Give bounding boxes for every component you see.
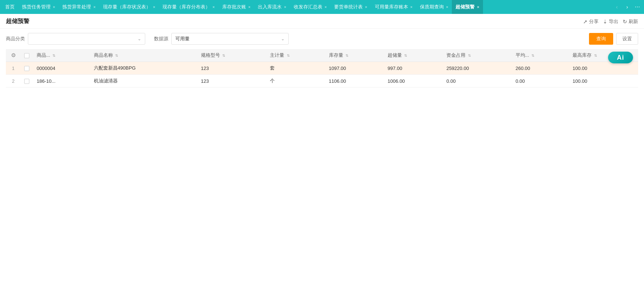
product-name-cell: 六配套新昌490BPG — [90, 62, 197, 75]
th-checkbox — [21, 49, 33, 62]
stock-cell: 1097.00 — [325, 62, 384, 75]
overstock-cell: 997.00 — [384, 62, 443, 75]
sort-icon[interactable]: ⇅ — [531, 53, 534, 58]
close-icon[interactable]: × — [53, 5, 55, 9]
table-row[interactable]: 2 186-10... 机油滤清器 123 个 1106.00 1006.00 … — [6, 75, 638, 88]
sort-icon[interactable]: ⇅ — [594, 53, 597, 58]
product-name-cell: 机油滤清器 — [90, 75, 197, 88]
capital-use-cell: 0.00 — [443, 75, 512, 88]
row-checkbox[interactable] — [24, 79, 29, 84]
table-row[interactable]: 1 0000004 六配套新昌490BPG 123 套 1097.00 997.… — [6, 62, 638, 75]
product-code-cell: 0000004 — [33, 62, 90, 75]
nav-item-5[interactable]: 出入库流水 × — [254, 0, 290, 14]
product-category-label: 商品分类 — [6, 36, 25, 42]
unit-cell: 个 — [266, 75, 325, 88]
sort-icon[interactable]: ⇅ — [404, 53, 407, 58]
close-icon[interactable]: × — [248, 5, 250, 9]
th-overstock: 超储量 ⇅ — [384, 49, 443, 62]
row-checkbox-cell — [21, 75, 33, 88]
nav-more-button[interactable]: ⋯ — [632, 0, 643, 14]
sort-icon[interactable]: ⇅ — [222, 53, 225, 58]
sort-icon[interactable]: ⇅ — [345, 53, 348, 58]
share-icon: ➚ — [583, 19, 588, 25]
data-source-select[interactable]: 可用量 ⌄ — [171, 33, 289, 45]
avg-cell: 260.00 — [512, 62, 569, 75]
data-source-label: 数据源 — [154, 36, 168, 42]
row-checkbox[interactable] — [24, 66, 29, 71]
th-product-name: 商品名称 ⇅ — [90, 49, 197, 62]
product-category-filter: 商品分类 ⌄ — [6, 33, 145, 45]
nav-item-6[interactable]: 收发存汇总表 × — [290, 0, 330, 14]
data-table: ⚙ 商品... ⇅ 商品名称 ⇅ 规格型号 ⇅ 主计量 — [6, 49, 638, 88]
nav-arrows: ‹ › ⋯ — [612, 0, 643, 14]
max-stock-cell: 100.00 — [569, 75, 638, 88]
th-stock: 库存量 ⇅ — [325, 49, 384, 62]
th-capital-use: 资金占用 ⇅ — [443, 49, 512, 62]
nav-item-1[interactable]: 拣货异常处理 × — [59, 0, 99, 14]
nav-item-9[interactable]: 保质期查询 × — [416, 0, 452, 14]
th-avg: 平均... ⇅ — [512, 49, 569, 62]
close-icon[interactable]: × — [212, 5, 215, 9]
refresh-button[interactable]: ↻ 刷新 — [623, 18, 638, 25]
spec-cell: 123 — [197, 75, 267, 88]
close-icon[interactable]: × — [284, 5, 286, 9]
unit-cell: 套 — [266, 62, 325, 75]
sort-icon[interactable]: ⇅ — [287, 53, 290, 58]
close-icon[interactable]: × — [365, 5, 367, 9]
table-container: ⚙ 商品... ⇅ 商品名称 ⇅ 规格型号 ⇅ 主计量 — [0, 49, 644, 88]
th-spec: 规格型号 ⇅ — [197, 49, 267, 62]
row-number: 2 — [6, 75, 21, 88]
th-unit: 主计量 ⇅ — [266, 49, 325, 62]
nav-item-2[interactable]: 现存量（库存状况表） × — [99, 0, 159, 14]
nav-item-7[interactable]: 要货单统计表 × — [330, 0, 371, 14]
gear-icon[interactable]: ⚙ — [11, 52, 16, 58]
product-code-cell: 186-10... — [33, 75, 90, 88]
nav-item-0[interactable]: 拣货任务管理 × — [18, 0, 59, 14]
max-stock-cell: 100.00 — [569, 62, 638, 75]
nav-item-4[interactable]: 库存批次账 × — [219, 0, 254, 14]
overstock-cell: 1006.00 — [384, 75, 443, 88]
share-button[interactable]: ➚ 分享 — [583, 18, 599, 25]
table-body: 1 0000004 六配套新昌490BPG 123 套 1097.00 997.… — [6, 62, 638, 88]
close-icon[interactable]: × — [446, 5, 448, 9]
filter-area: 商品分类 ⌄ 数据源 可用量 ⌄ 查询 设置 — [0, 29, 644, 49]
sort-icon[interactable]: ⇅ — [115, 53, 118, 58]
close-icon[interactable]: × — [93, 5, 95, 9]
avg-cell: 0.00 — [512, 75, 569, 88]
close-icon[interactable]: × — [325, 5, 327, 9]
nav-item-8[interactable]: 可用量库存账本 × — [371, 0, 416, 14]
export-button[interactable]: ⇣ 导出 — [603, 18, 618, 25]
close-icon[interactable]: × — [410, 5, 413, 9]
query-button[interactable]: 查询 — [589, 33, 613, 45]
nav-home[interactable]: 首页 — [1, 0, 18, 14]
nav-item-3[interactable]: 现存量（库存分布表） × — [159, 0, 218, 14]
filter-actions: 查询 设置 — [589, 33, 638, 45]
refresh-icon: ↻ — [623, 19, 627, 25]
row-checkbox-cell — [21, 62, 33, 75]
nav-bar: 首页 拣货任务管理 × 拣货异常处理 × 现存量（库存状况表） × 现存量（库存… — [0, 0, 644, 14]
select-all-checkbox[interactable] — [24, 53, 29, 58]
ai-badge[interactable]: Ai — [608, 52, 633, 63]
page-header: 超储预警 ➚ 分享 ⇣ 导出 ↻ 刷新 — [0, 14, 644, 29]
nav-item-10[interactable]: 超储预警 × — [452, 0, 483, 14]
spec-cell: 123 — [197, 62, 267, 75]
nav-next-button[interactable]: › — [622, 0, 632, 14]
data-source-value: 可用量 — [175, 36, 190, 42]
capital-use-cell: 259220.00 — [443, 62, 512, 75]
chevron-down-icon: ⌄ — [138, 36, 141, 41]
chevron-down-icon: ⌄ — [281, 36, 285, 41]
settings-button[interactable]: 设置 — [616, 33, 638, 45]
close-icon[interactable]: × — [477, 5, 479, 9]
table-header: ⚙ 商品... ⇅ 商品名称 ⇅ 规格型号 ⇅ 主计量 — [6, 49, 638, 62]
nav-prev-button[interactable]: ‹ — [612, 0, 622, 14]
th-product-code: 商品... ⇅ — [33, 49, 90, 62]
export-icon: ⇣ — [603, 19, 607, 25]
row-number: 1 — [6, 62, 21, 75]
data-source-filter: 数据源 可用量 ⌄ — [154, 33, 289, 45]
close-icon[interactable]: × — [153, 5, 155, 9]
header-actions: ➚ 分享 ⇣ 导出 ↻ 刷新 — [583, 18, 638, 25]
sort-icon[interactable]: ⇅ — [52, 53, 55, 58]
sort-icon[interactable]: ⇅ — [468, 53, 471, 58]
stock-cell: 1106.00 — [325, 75, 384, 88]
product-category-select[interactable]: ⌄ — [28, 33, 145, 45]
